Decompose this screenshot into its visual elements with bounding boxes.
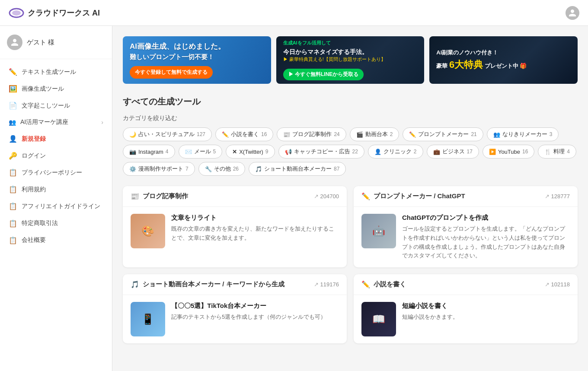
- sidebar-item-affiliate-label: アフィリエイトガイドライン: [22, 202, 100, 211]
- logo[interactable]: クラウドワークス AI: [9, 7, 100, 19]
- sidebar-nav: ✏️ テキスト生成ツール 🖼️ 画像生成ツール 📄 文字起こしツール 👥 AI活…: [0, 59, 112, 249]
- tool-section-short-video: 🎵 ショート動画台本メーカー / キーワードから生成 ↗ 119176 📱 【〇…: [123, 274, 347, 343]
- chatgpt-name: ChatGPTのプロンプトを作成: [402, 214, 570, 222]
- cat-script[interactable]: 🎬 動画台本 2: [350, 127, 399, 141]
- cat-fortune[interactable]: 🌙 占い・スピリチュアル 127: [123, 127, 212, 141]
- cat-instagram-label: Instagram: [138, 149, 163, 155]
- transcribe-icon: 📄: [9, 101, 17, 110]
- sidebar-item-tokusho[interactable]: 📋 特定商取引法: [0, 215, 112, 232]
- cat-fortune-count: 127: [197, 131, 205, 137]
- banner-2-button[interactable]: ▶ 今すぐ無料LINEから受取る: [283, 69, 364, 80]
- cat-short-video-count: 87: [334, 166, 339, 172]
- cat-short-video[interactable]: 🎵 ショート動画台本メーカー 87: [249, 162, 346, 176]
- sidebar-user: ゲスト 様: [0, 35, 112, 59]
- cat-youtube[interactable]: ▶️ YouTube 16: [483, 145, 534, 159]
- twitter-icon: ✕: [232, 149, 237, 155]
- script-icon: 🎬: [356, 131, 363, 138]
- sidebar-item-login[interactable]: 🔑 ログイン: [0, 147, 112, 164]
- cat-novel[interactable]: ✏️ 小説を書く 16: [215, 127, 273, 141]
- cat-catchcopy-label: キャッチコピー・広告: [294, 148, 350, 155]
- logo-icon: [9, 7, 24, 19]
- short-novel-thumbnail: 📖: [361, 302, 396, 336]
- cooking-icon: 🍴: [544, 149, 551, 155]
- header-user-icon[interactable]: [566, 6, 579, 20]
- sidebar-item-transcribe[interactable]: 📄 文字起こしツール: [0, 97, 112, 114]
- tool-item-tiktok[interactable]: 📱 【〇〇5選】TikTok台本メーカー 記事のテキストから5選を作成します（何…: [123, 295, 347, 343]
- cat-cooking[interactable]: 🍴 料理 4: [538, 145, 576, 159]
- youtube-icon: ▶️: [489, 149, 496, 155]
- cat-clinic[interactable]: 👤 クリニック 2: [368, 145, 423, 159]
- sidebar-item-terms[interactable]: 📋 利用規約: [0, 181, 112, 198]
- sidebar-item-text-tool[interactable]: ✏️ テキスト生成ツール: [0, 63, 112, 80]
- company-icon: 📋: [9, 236, 17, 244]
- tools-grid: 📰 ブログ記事制作 ↗ 204700 🎨 文章をリライト 既存の文章の書き方を変…: [123, 186, 578, 343]
- cat-catchcopy[interactable]: 📢 キャッチコピー・広告 22: [278, 145, 364, 159]
- blog-stat-icon: ↗: [314, 193, 319, 200]
- tiktok-thumbnail: 📱: [131, 302, 165, 336]
- sidebar-item-privacy[interactable]: 📋 プライバシーポリシー: [0, 164, 112, 181]
- banner-3-subtitle: 豪華 6大特典 プレゼント中 🎁: [436, 58, 527, 71]
- sidebar-item-company[interactable]: 📋 会社概要: [0, 232, 112, 249]
- banner-6benefits[interactable]: AI副業のノウハウ付き！ 豪華 6大特典 プレゼント中 🎁: [429, 36, 578, 84]
- cat-twitter[interactable]: ✕ X(Twitter) 9: [226, 145, 275, 159]
- cat-business-count: 17: [467, 149, 473, 155]
- tool-section-short-video-header: 🎵 ショート動画台本メーカー / キーワードから生成 ↗ 119176: [123, 274, 347, 295]
- tokusho-icon: 📋: [9, 219, 17, 228]
- cat-mail-count: 5: [213, 149, 216, 155]
- tiktok-name: 【〇〇5選】TikTok台本メーカー: [171, 302, 339, 310]
- cat-novel-count: 16: [261, 131, 267, 137]
- cat-roleplay-count: 3: [550, 131, 553, 137]
- cat-fortune-label: 占い・スピリチュアル: [138, 130, 195, 138]
- cat-business-label: ビジネス: [442, 148, 465, 155]
- sidebar-item-login-label: ログイン: [22, 152, 46, 160]
- novel-stat-value: 102118: [551, 281, 570, 288]
- privacy-icon: 📋: [9, 168, 17, 177]
- cat-prompt-label: プロンプトメーカー: [418, 130, 469, 138]
- sidebar: ゲスト 様 ✏️ テキスト生成ツール 🖼️ 画像生成ツール 📄 文字起こしツール…: [0, 26, 112, 371]
- instagram-icon: 📷: [129, 149, 136, 155]
- text-tool-icon: ✏️: [9, 68, 17, 76]
- svg-point-1: [12, 10, 21, 16]
- cat-other-label: その他: [214, 165, 231, 173]
- prompt-stat-icon: ↗: [545, 193, 550, 200]
- cat-other[interactable]: 🔧 その他 26: [198, 162, 245, 176]
- tool-item-short-novel[interactable]: 📖 短編小説を書く 短編小説をかきます。: [354, 295, 578, 343]
- sidebar-item-text-tool-label: テキスト生成ツール: [22, 68, 76, 76]
- rewrite-name: 文章をリライト: [171, 214, 339, 222]
- banner-ai-image[interactable]: AI画像生成、はじめました。難しいプロンプト一切不要！ 今すぐ登録して無料で生成…: [123, 36, 271, 84]
- cat-blog-label: ブログ記事制作: [292, 130, 332, 138]
- tool-section-novel-header: ✏️ 小説を書く ↗ 102118: [354, 274, 578, 295]
- rewrite-desc: 既存の文章の書き方を変えたり、新たなワードを加えたりすることで、文章に変化を加え…: [171, 225, 339, 243]
- tool-item-rewrite[interactable]: 🎨 文章をリライト 既存の文章の書き方を変えたり、新たなワードを加えたりすること…: [123, 207, 347, 255]
- blog-stat-value: 204700: [320, 193, 339, 200]
- short-video-stat-value: 119176: [320, 281, 339, 288]
- cat-manga-label: 漫画制作サポート: [138, 165, 183, 173]
- cat-script-label: 動画台本: [365, 130, 388, 138]
- cat-business[interactable]: 💼 ビジネス 17: [427, 145, 479, 159]
- sidebar-item-affiliate[interactable]: 📋 アフィリエイトガイドライン: [0, 198, 112, 215]
- sidebar-item-company-label: 会社概要: [22, 236, 46, 244]
- tool-item-chatgpt[interactable]: 🤖 ChatGPTのプロンプトを作成 ゴールを設定するとプロンプトを生成します。…: [354, 207, 578, 267]
- novel-section-title: 小説を書く: [374, 280, 406, 289]
- banner-monetize[interactable]: 生成AIをフル活用して 今日からマネタイズする手法。 ▶ 豪華特典貰える!【質問…: [276, 36, 425, 84]
- tool-section-prompt: ✏️ プロンプトメーカー / ChatGPT ↗ 128777 🤖 ChatGP…: [354, 186, 578, 267]
- cat-blog-count: 24: [334, 131, 339, 137]
- sidebar-item-register[interactable]: 👤 新規登録: [0, 130, 112, 147]
- tool-section-novel: ✏️ 小説を書く ↗ 102118 📖 短編小説を書く 短編小説をかきます。: [354, 274, 578, 343]
- cat-cooking-count: 4: [567, 149, 570, 155]
- cat-mail[interactable]: ✉️ メール 5: [179, 145, 223, 159]
- prompt-icon: ✏️: [409, 131, 416, 138]
- cat-instagram[interactable]: 📷 Instagram 4: [123, 145, 175, 159]
- short-novel-name: 短編小説を書く: [402, 302, 570, 310]
- cat-blog[interactable]: 📰 ブログ記事制作 24: [277, 127, 346, 141]
- cat-instagram-count: 4: [166, 149, 169, 155]
- banner-1-button[interactable]: 今すぐ登録して無料で生成する: [130, 66, 213, 79]
- cat-prompt[interactable]: ✏️ プロンプトメーカー 21: [403, 127, 483, 141]
- cat-roleplay[interactable]: 👥 なりきりメーカー 3: [487, 127, 559, 141]
- other-icon: 🔧: [205, 166, 212, 172]
- novel-icon: ✏️: [222, 131, 229, 138]
- sidebar-item-ai-marketing[interactable]: 👥 AI活用マーケ講座 ›: [0, 114, 112, 130]
- sidebar-item-image-tool[interactable]: 🖼️ 画像生成ツール: [0, 80, 112, 97]
- cat-manga[interactable]: ⚙️ 漫画制作サポート 7: [123, 162, 195, 176]
- short-video-section-title: ショート動画台本メーカー / キーワードから生成: [143, 280, 284, 289]
